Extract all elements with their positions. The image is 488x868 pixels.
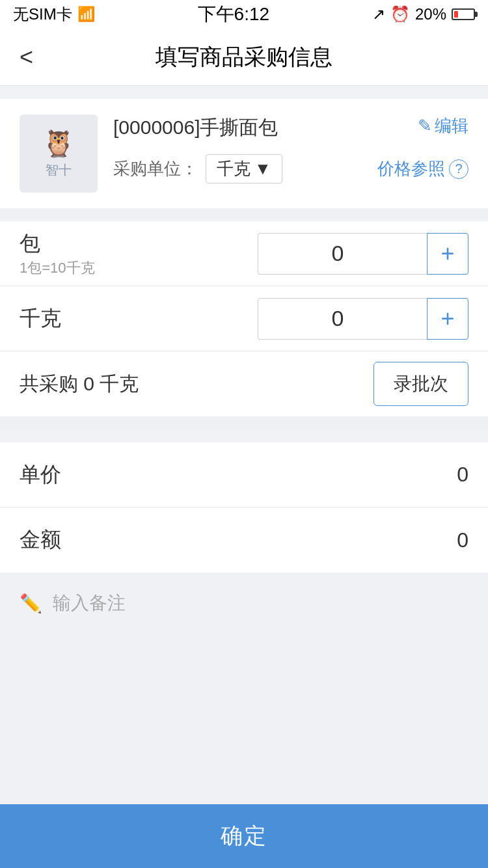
product-logo-icon: 🦉: [42, 128, 75, 159]
unit-select[interactable]: 千克 ▼: [206, 154, 282, 183]
bao-label-group: 包 1包=10千克: [20, 230, 98, 278]
quantity-input-section: 包 1包=10千克 + 千克 +: [0, 221, 488, 351]
price-reference-button[interactable]: 价格参照 ?: [377, 157, 468, 180]
dropdown-icon: ▼: [254, 159, 271, 179]
bao-plus-button[interactable]: +: [427, 233, 468, 275]
carrier-text: 无SIM卡: [13, 4, 72, 25]
kg-plus-button[interactable]: +: [427, 298, 468, 340]
price-section: 单价 0 金额 0: [0, 442, 488, 573]
status-time: 下午6:12: [198, 2, 270, 27]
alarm-icon: ⏰: [390, 5, 410, 23]
kg-label-group: 千克: [20, 305, 98, 333]
product-unit-row: 采购单位： 千克 ▼ 价格参照 ?: [113, 154, 468, 183]
unit-price-row: 单价 0: [0, 442, 488, 508]
page-title: 填写商品采购信息: [156, 42, 332, 72]
edit-icon: ✎: [418, 116, 432, 136]
bao-label: 包: [20, 230, 98, 258]
price-ref-label: 价格参照: [377, 157, 445, 180]
status-bar: 无SIM卡 📶 下午6:12 ↗ ⏰ 20%: [0, 0, 488, 29]
product-edit-button[interactable]: ✎ 编辑: [418, 115, 468, 137]
edit-label: 编辑: [435, 115, 468, 137]
pencil-icon: ✏️: [20, 593, 42, 614]
kg-label: 千克: [20, 305, 98, 333]
product-thumb-label: 智十: [46, 161, 72, 179]
nav-bar: < 填写商品采购信息: [0, 29, 488, 86]
kg-input-right: +: [98, 298, 468, 340]
question-icon: ?: [449, 159, 468, 179]
record-batch-button[interactable]: 录批次: [373, 362, 468, 406]
status-left: 无SIM卡 📶: [13, 4, 95, 25]
status-right: ↗ ⏰ 20%: [372, 5, 475, 23]
battery-percent: 20%: [415, 5, 446, 23]
section-divider-1: [0, 208, 488, 221]
unit-price-value: 0: [457, 463, 468, 487]
unit-value: 千克: [217, 157, 251, 180]
bao-input-right: +: [98, 233, 468, 275]
product-full-name: [0000006]手撕面包: [113, 115, 278, 141]
kg-quantity-input[interactable]: [258, 298, 427, 340]
note-placeholder-text: 输入备注: [53, 591, 126, 616]
amount-label: 金额: [20, 526, 61, 554]
wifi-icon: 📶: [77, 6, 95, 23]
bao-quantity-input[interactable]: [258, 233, 427, 275]
amount-row: 金额 0: [0, 508, 488, 573]
unit-price-label: 单价: [20, 461, 61, 489]
product-name-row: [0000006]手撕面包 ✎ 编辑: [113, 115, 468, 141]
product-card: 🦉 智十 [0000006]手撕面包 ✎ 编辑 采购单位： 千克 ▼ 价格参照 …: [0, 99, 488, 208]
summary-row: 共采购 0 千克 录批次: [0, 351, 488, 416]
section-divider-2: [0, 416, 488, 429]
product-info: [0000006]手撕面包 ✎ 编辑 采购单位： 千克 ▼ 价格参照 ?: [113, 115, 468, 183]
kg-input-row: 千克 +: [0, 286, 488, 351]
note-section[interactable]: ✏️ 输入备注: [0, 573, 488, 634]
unit-label: 采购单位：: [113, 157, 198, 180]
product-thumbnail: 🦉 智十: [20, 115, 98, 193]
bao-input-row: 包 1包=10千克 +: [0, 221, 488, 286]
back-button[interactable]: <: [13, 37, 40, 77]
bao-sublabel: 1包=10千克: [20, 258, 98, 278]
confirm-button[interactable]: 确定: [0, 804, 488, 868]
battery-icon: [452, 8, 475, 20]
total-purchase-text: 共采购 0 千克: [20, 371, 139, 398]
location-icon: ↗: [372, 5, 385, 23]
amount-value: 0: [457, 528, 468, 552]
